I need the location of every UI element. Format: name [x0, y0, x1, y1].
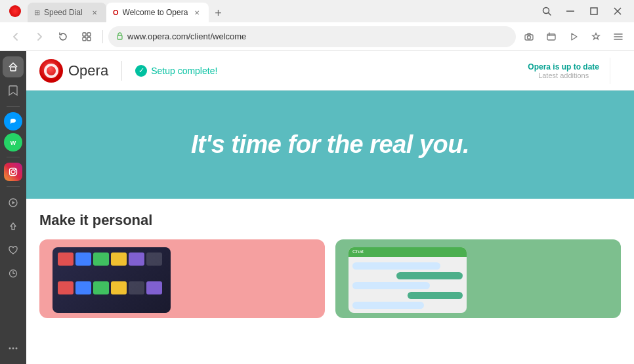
- card-screen-1: [53, 247, 171, 313]
- chat-bubble: [396, 272, 463, 279]
- welcome-label: Welcome to Opera: [123, 8, 188, 17]
- tab-bar: ⊞ Speed Dial ✕ O Welcome to Opera ✕ +: [28, 0, 533, 22]
- welcome-close[interactable]: ✕: [192, 7, 202, 18]
- setup-check-icon: ✓: [135, 65, 147, 77]
- tile: [111, 253, 127, 266]
- back-button[interactable]: [5, 26, 26, 47]
- address-text: www.opera.com/client/welcome: [127, 31, 246, 41]
- screen-ui-1: [53, 247, 171, 313]
- setup-complete: ✓ Setup complete!: [135, 65, 217, 77]
- header-divider: [121, 61, 122, 81]
- sidebar: W: [0, 51, 26, 364]
- nav-right-buttons: [518, 26, 629, 47]
- chat-bubble: [352, 302, 424, 309]
- sidebar-item-bookmarks[interactable]: [3, 80, 24, 101]
- sidebar-item-news[interactable]: [3, 216, 24, 237]
- svg-rect-13: [547, 34, 555, 40]
- new-tab-button[interactable]: +: [209, 4, 227, 22]
- sidebar-item-more[interactable]: [3, 338, 24, 359]
- main-layout: W: [0, 51, 634, 364]
- svg-rect-7: [87, 33, 91, 36]
- sidebar-item-instagram[interactable]: [4, 163, 22, 181]
- menu-button[interactable]: [608, 26, 629, 47]
- svg-point-23: [11, 170, 15, 174]
- section-title: Make it personal: [39, 212, 621, 229]
- sidebar-divider-1: [7, 106, 20, 107]
- sidebar-item-likes[interactable]: [3, 239, 24, 260]
- tile: [93, 253, 109, 266]
- svg-rect-10: [117, 35, 122, 39]
- content-area: Opera ✓ Setup complete! Opera is up to d…: [26, 51, 634, 364]
- tile: [58, 281, 74, 294]
- page-content: Make it personal: [26, 199, 634, 318]
- tile: [129, 281, 144, 294]
- card-screen-2: Chat: [349, 247, 467, 313]
- svg-rect-6: [83, 33, 86, 36]
- opera-header: Opera ✓ Setup complete! Opera is up to d…: [26, 51, 634, 91]
- tile: [93, 281, 109, 294]
- tab-welcome[interactable]: O Welcome to Opera ✕: [106, 3, 209, 22]
- sidebar-item-whatsapp[interactable]: W: [4, 133, 22, 152]
- svg-rect-18: [11, 67, 16, 71]
- opera-logo-icon: [9, 5, 21, 17]
- opera-logo-text: Opera: [68, 62, 108, 79]
- reload-button[interactable]: [53, 26, 74, 47]
- chat-bubble: [408, 292, 463, 299]
- sidebar-item-home[interactable]: [3, 56, 24, 77]
- sidebar-item-player[interactable]: [3, 192, 24, 213]
- status-divider: [610, 58, 610, 84]
- opera-menu-button[interactable]: [5, 1, 25, 21]
- lock-icon: [116, 31, 123, 42]
- screenshot-button[interactable]: [518, 26, 539, 47]
- forward-button[interactable]: [29, 26, 50, 47]
- tile: [111, 281, 127, 294]
- svg-text:W: W: [11, 140, 16, 146]
- opera-status-sub: Latest additions: [528, 71, 599, 79]
- tab-speed-dial[interactable]: ⊞ Speed Dial ✕: [28, 3, 106, 22]
- svg-marker-27: [11, 223, 16, 230]
- setup-complete-text: Setup complete!: [151, 66, 217, 76]
- chat-bubble: [352, 262, 440, 270]
- speed-dial-close[interactable]: ✕: [89, 7, 100, 18]
- chat-bubble: [352, 282, 430, 289]
- svg-marker-14: [572, 33, 577, 40]
- easy-files-button[interactable]: [541, 26, 562, 47]
- svg-point-31: [16, 348, 18, 350]
- tile: [129, 253, 144, 266]
- svg-marker-26: [12, 201, 16, 205]
- svg-line-1: [549, 13, 551, 16]
- title-bar: ⊞ Speed Dial ✕ O Welcome to Opera ✕ +: [0, 0, 634, 22]
- close-button[interactable]: [606, 0, 629, 22]
- player-button[interactable]: [563, 26, 584, 47]
- address-bar[interactable]: www.opera.com/client/welcome: [108, 26, 516, 47]
- opera-status[interactable]: Opera is up to date Latest additions: [528, 62, 599, 79]
- cards-row: Chat: [39, 239, 621, 318]
- svg-rect-8: [83, 37, 86, 41]
- card-personalize[interactable]: [39, 239, 325, 318]
- svg-point-30: [12, 348, 14, 350]
- svg-point-12: [528, 35, 531, 39]
- nav-bar: www.opera.com/client/welcome: [0, 22, 634, 51]
- hero-banner: It's time for the real you.: [26, 91, 634, 199]
- minimize-button[interactable]: [559, 0, 581, 22]
- tile: [58, 253, 74, 266]
- favorites-button[interactable]: [585, 26, 606, 47]
- tab-view-button[interactable]: [76, 26, 97, 47]
- hero-text: It's time for the real you.: [191, 131, 469, 159]
- sidebar-divider-2: [7, 157, 20, 157]
- tile: [146, 253, 162, 266]
- speed-dial-label: Speed Dial: [44, 8, 85, 17]
- opera-status-title: Opera is up to date: [528, 62, 599, 71]
- nav-divider: [102, 30, 103, 43]
- search-button[interactable]: [536, 0, 558, 22]
- sidebar-divider-3: [7, 186, 20, 187]
- opera-logo-inner: [44, 64, 58, 78]
- opera-logo: Opera: [39, 59, 108, 83]
- svg-rect-9: [87, 37, 91, 41]
- sidebar-item-messenger[interactable]: [4, 112, 22, 131]
- maximize-button[interactable]: [583, 0, 605, 22]
- svg-rect-3: [591, 8, 597, 14]
- card-social[interactable]: Chat: [335, 239, 621, 318]
- sidebar-item-history[interactable]: [3, 263, 24, 284]
- svg-point-24: [15, 169, 16, 171]
